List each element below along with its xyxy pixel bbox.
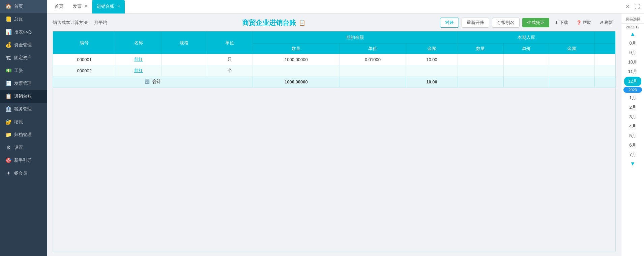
sidebar-item-reports[interactable]: 📊 报表中心 <box>0 26 47 39</box>
row2-name[interactable]: 前红 <box>116 65 161 76</box>
month-item-11[interactable]: 11月 <box>621 67 644 76</box>
tab-inventory-close[interactable]: ✕ <box>117 4 120 8</box>
toolbar-buttons: 对账 重新开账 存报别名 生成凭证 ⬇ 下载 ❓ 帮助 ↺ 刷新 <box>440 18 616 28</box>
sidebar-item-invoice[interactable]: 🧾 发票管理 <box>0 77 47 90</box>
month-item-1[interactable]: 1月 <box>621 93 644 103</box>
tab-home[interactable]: 首页 <box>50 0 68 14</box>
content-area: 销售成本计算方法： 月平均 商贸企业进销台账 📋 对账 重新开账 存报别名 生成… <box>47 14 644 256</box>
page-title-area: 商贸企业进销台账 📋 <box>107 18 440 27</box>
reopen-button[interactable]: 重新开账 <box>462 18 489 28</box>
row1-name[interactable]: 前红 <box>116 54 161 65</box>
settings-icon: ⚙ <box>5 145 11 151</box>
month-scroll-down[interactable]: ▼ <box>621 159 644 168</box>
month-item-12[interactable]: 12月 <box>624 77 641 86</box>
sidebar-item-assets[interactable]: 🏗 固定资产 <box>0 51 47 64</box>
help-button[interactable]: ❓ 帮助 <box>574 18 594 27</box>
row1-ob-qty: 1000.00000 <box>253 54 340 65</box>
page-title: 商贸企业进销台账 <box>242 18 296 27</box>
month-item-3[interactable]: 3月 <box>621 112 644 122</box>
sidebar: 🏠 首页 📒 总账 📊 报表中心 💰 资金管理 🏗 固定资产 💵 工资 🧾 发票… <box>0 0 47 256</box>
row2-ob-amount <box>406 65 458 76</box>
funds-icon: 💰 <box>5 42 11 48</box>
save-name-button[interactable]: 存报别名 <box>492 18 520 28</box>
row2-pi-qty <box>458 65 503 76</box>
year-2022-label: 2022.12 <box>621 24 644 30</box>
download-button[interactable]: ⬇ 下载 <box>552 18 571 27</box>
month-item-8[interactable]: 8月 <box>621 39 644 48</box>
tab-inventory-label: 进销台账 <box>97 3 114 9</box>
sidebar-item-label: 工资 <box>14 68 23 74</box>
reports-icon: 📊 <box>5 29 11 35</box>
reconcile-button[interactable]: 对账 <box>440 18 459 28</box>
sidebar-item-tax[interactable]: 🏦 税务管理 <box>0 103 47 116</box>
ledger-icon: 📒 <box>5 16 11 22</box>
title-info-icon[interactable]: 📋 <box>299 20 305 26</box>
row1-extra <box>595 54 615 65</box>
sidebar-item-payroll[interactable]: 💵 工资 <box>0 64 47 77</box>
row2-extra <box>595 65 615 76</box>
tab-inventory[interactable]: 进销台账 ✕ <box>92 0 125 14</box>
member-icon: ✦ <box>5 170 11 176</box>
month-item-4[interactable]: 4月 <box>621 122 644 131</box>
cost-method-label: 销售成本计算方法： <box>53 20 92 26</box>
col-header-unit: 单位 <box>207 32 253 54</box>
sidebar-item-settings[interactable]: ⚙ 设置 <box>0 141 47 154</box>
month-scroll-up[interactable]: ▲ <box>621 30 644 39</box>
row1-unit: 只 <box>207 54 253 65</box>
col-sub-ob-price: 单价 <box>340 44 406 54</box>
row1-pi-qty <box>458 54 503 65</box>
total-ob-amount: 10.00 <box>406 76 458 87</box>
month-item-7[interactable]: 7月 <box>621 150 644 159</box>
download-icon: ⬇ <box>555 20 558 25</box>
sidebar-item-funds[interactable]: 💰 资金管理 <box>0 39 47 51</box>
row1-pi-amount <box>549 54 594 65</box>
col-sub-extra <box>595 44 615 54</box>
sidebar-item-label: 进销台账 <box>14 93 32 99</box>
row2-pi-amount <box>549 65 594 76</box>
month-panel-title: 月份选择 <box>621 15 644 24</box>
month-item-2[interactable]: 2月 <box>621 103 644 112</box>
generate-voucher-button[interactable]: 生成凭证 <box>522 18 549 27</box>
sidebar-item-label: 新手引导 <box>14 157 32 163</box>
total-pi-amount <box>549 76 594 87</box>
payroll-icon: 💵 <box>5 68 11 74</box>
col-sub-pi-price: 单价 <box>503 44 549 54</box>
total-ob-qty: 1000.00000 <box>253 76 340 87</box>
sidebar-item-home[interactable]: 🏠 首页 <box>0 0 47 13</box>
tab-invoice-close[interactable]: ✕ <box>84 4 87 8</box>
row2-spec <box>161 65 207 76</box>
row1-code: 000001 <box>53 54 116 65</box>
row1-ob-amount: 10.00 <box>406 54 458 65</box>
sidebar-item-inventory[interactable]: 📋 进销台账 <box>0 90 47 103</box>
table-row: 000002 前红 个 <box>53 65 615 76</box>
refresh-button[interactable]: ↺ 刷新 <box>597 18 616 27</box>
tab-invoice[interactable]: 发票 ✕ <box>68 0 92 14</box>
row2-ob-qty <box>253 65 340 76</box>
sidebar-item-closing[interactable]: 🔐 结账 <box>0 116 47 128</box>
sidebar-item-guide[interactable]: 🎯 新手引导 <box>0 154 47 167</box>
archive-icon: 📁 <box>5 132 11 138</box>
total-pi-price <box>503 76 549 87</box>
cost-method-value: 月平均 <box>94 20 107 26</box>
month-item-9[interactable]: 9月 <box>621 48 644 57</box>
col-header-spec: 规格 <box>161 32 207 54</box>
year-2023-badge: 2023 <box>623 87 642 93</box>
month-item-6[interactable]: 6月 <box>621 140 644 150</box>
window-maximize-button[interactable]: ⛶ <box>633 3 641 10</box>
closing-icon: 🔐 <box>5 119 11 125</box>
home-icon: 🏠 <box>5 3 11 9</box>
window-close-button[interactable]: ✕ <box>624 3 631 10</box>
row1-pi-price <box>503 54 549 65</box>
cost-method-info: 销售成本计算方法： 月平均 <box>53 20 107 26</box>
col-sub-ob-amount: 金额 <box>406 44 458 54</box>
sidebar-item-ledger[interactable]: 📒 总账 <box>0 13 47 26</box>
refresh-icon: ↺ <box>599 20 603 25</box>
col-header-name: 名称 <box>116 32 161 54</box>
sidebar-item-label: 结账 <box>14 119 23 125</box>
sidebar-item-archive[interactable]: 📁 归档管理 <box>0 128 47 141</box>
sidebar-item-member[interactable]: ✦ 畅会员 <box>0 167 47 180</box>
month-item-10[interactable]: 10月 <box>621 57 644 67</box>
month-item-5[interactable]: 5月 <box>621 131 644 140</box>
sidebar-item-label: 固定资产 <box>14 55 32 61</box>
sidebar-item-label: 首页 <box>14 3 23 9</box>
